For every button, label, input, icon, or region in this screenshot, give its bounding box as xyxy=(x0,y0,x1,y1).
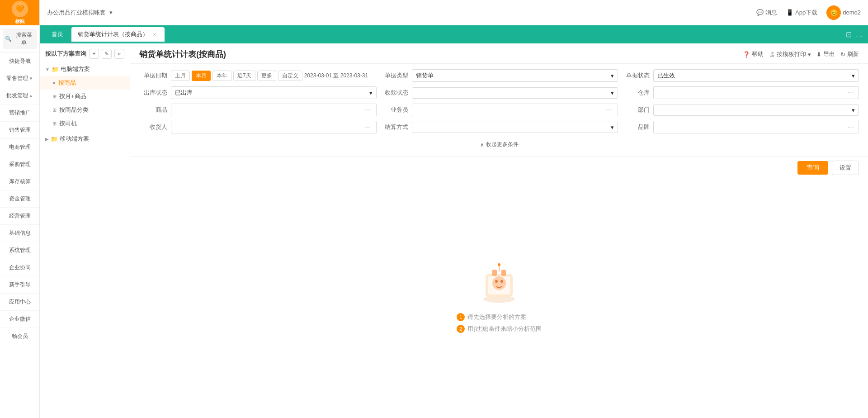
empty-tip-2: 2 用[过滤]条件来缩小分析范围 xyxy=(457,325,541,333)
message-icon: 💬 xyxy=(756,9,764,16)
chevron-down-icon-3: ▾ xyxy=(369,90,373,96)
salesperson-dots[interactable]: ··· xyxy=(604,106,613,114)
action-bar: 查询 设置 xyxy=(130,157,868,179)
page-title: 销货单统计计表(按商品) xyxy=(139,49,226,60)
tab-sales-stat[interactable]: 销货单统计计表（按商品） × xyxy=(71,27,165,42)
print-dropdown-button[interactable]: ▾ xyxy=(808,51,811,58)
date-btn-last-month[interactable]: 上月 xyxy=(171,71,190,81)
top-header: 办公用品行业模拟账套 ▾ 💬 消息 📱 App下载 😊 demo2 xyxy=(40,0,868,25)
plan-group-mobile-label: 移动端方案 xyxy=(60,135,89,143)
print-dropdown-icon: ▾ xyxy=(808,51,811,58)
sidebar-item-finance[interactable]: 资金管理 xyxy=(0,190,39,208)
collapse-icon: ∧ xyxy=(480,142,484,148)
sidebar-item-member[interactable]: 畅会员 xyxy=(0,328,39,345)
date-btn-this-month[interactable]: 本月 xyxy=(192,71,211,81)
doctype-value: 销货单 ▾ xyxy=(412,69,618,82)
tab-minimize-button[interactable]: ⊡ xyxy=(846,30,852,39)
sidebar-item-wholesale[interactable]: 批发管理 ▲ xyxy=(0,87,39,104)
sidebar-item-purchase[interactable]: 采购管理 xyxy=(0,156,39,173)
sidebar: 🧡 标账 🔍 搜索菜单 快捷导航 零售管理 ▼ 批发管理 ▲ 营销推广 销售管理… xyxy=(0,0,40,418)
tip-num-2: 2 xyxy=(457,325,465,333)
chevron-down-icon: ▾ xyxy=(611,72,614,79)
sidebar-item-enterprise-wechat[interactable]: 企业微信 xyxy=(0,311,39,328)
chevron-down-icon-2: ▾ xyxy=(852,72,855,79)
settings-button[interactable]: 设置 xyxy=(832,161,859,175)
help-button[interactable]: ❓ 帮助 xyxy=(743,50,764,58)
avatar: 😊 xyxy=(826,5,841,20)
print-button[interactable]: 🖨 按模板打印 xyxy=(769,50,806,58)
refresh-icon: ↻ xyxy=(840,51,845,58)
export-button[interactable]: ⬇ 导出 xyxy=(816,50,835,58)
plan-item-by-product[interactable]: ● 按商品 xyxy=(40,76,130,90)
plan-group-mobile-header[interactable]: ▶ 📁 移动端方案 xyxy=(40,132,130,146)
tab-close-button[interactable]: × xyxy=(151,31,158,38)
sidebar-item-beginner[interactable]: 新手引导 xyxy=(0,276,39,294)
add-plan-button[interactable]: + xyxy=(89,49,99,59)
warehouse-dots[interactable]: ··· xyxy=(845,89,855,97)
plan-group-pc-header[interactable]: ▼ 📁 电脑端方案 xyxy=(40,62,130,76)
left-panel: 按以下方案查询 + ✎ « ▼ 📁 电脑端方案 ● 按商品 ⊞ xyxy=(40,43,130,418)
date-btn-this-year[interactable]: 本年 xyxy=(212,71,231,81)
app-download-button[interactable]: 📱 App下载 xyxy=(786,9,817,17)
filter-cell-department: 部门 ▾ xyxy=(622,104,859,116)
app-logo: 🧡 标账 xyxy=(0,0,39,25)
svg-rect-6 xyxy=(492,270,497,276)
collapse-panel-button[interactable]: « xyxy=(114,49,124,59)
plan-group-pc-label: 电脑端方案 xyxy=(61,65,90,73)
recipient-dots[interactable]: ··· xyxy=(363,123,373,131)
main-area: 办公用品行业模拟账套 ▾ 💬 消息 📱 App下载 😊 demo2 首页 xyxy=(40,0,868,418)
search-menu-button[interactable]: 🔍 搜索菜单 xyxy=(3,29,37,49)
brand-dots[interactable]: ··· xyxy=(845,123,855,131)
chevron-down-icon: ▼ xyxy=(29,76,33,81)
payment-method-select[interactable]: ▾ xyxy=(412,122,618,133)
paymentstatus-select[interactable]: ▾ xyxy=(412,87,618,99)
content-area: 按以下方案查询 + ✎ « ▼ 📁 电脑端方案 ● 按商品 ⊞ xyxy=(40,43,868,418)
paymentstatus-label: 收款状态 xyxy=(380,89,412,97)
edit-plan-button[interactable]: ✎ xyxy=(102,49,112,59)
svg-rect-7 xyxy=(501,270,506,276)
left-panel-header: 按以下方案查询 + ✎ « xyxy=(40,49,130,62)
sidebar-item-retail[interactable]: 零售管理 ▼ xyxy=(0,70,39,87)
sidebar-item-basic[interactable]: 基础信息 xyxy=(0,225,39,242)
right-panel: 销货单统计计表(按商品) ❓ 帮助 🖨 按模板打印 ▾ xyxy=(130,43,868,418)
tab-maximize-button[interactable]: ⛶ xyxy=(855,30,863,39)
sidebar-item-system[interactable]: 系统管理 xyxy=(0,242,39,259)
doctype-label: 单据类型 xyxy=(380,71,412,80)
product-label: 商品 xyxy=(139,106,171,114)
sidebar-item-app-center[interactable]: 应用中心 xyxy=(0,294,39,311)
messages-button[interactable]: 💬 消息 xyxy=(756,9,777,17)
date-btn-custom[interactable]: 自定义 xyxy=(278,71,302,81)
sidebar-item-enterprise-collab[interactable]: 企业协同 xyxy=(0,259,39,276)
sidebar-item-marketing[interactable]: 营销推广 xyxy=(0,104,39,122)
date-btn-7days[interactable]: 近7天 xyxy=(233,71,255,81)
docstatus-select[interactable]: 已生效 ▾ xyxy=(653,69,859,82)
sidebar-item-ecommerce[interactable]: 电商管理 xyxy=(0,139,39,156)
svg-point-4 xyxy=(495,280,498,283)
logo-icon: 🧡 xyxy=(12,1,28,17)
chevron-up-icon: ▲ xyxy=(29,93,33,98)
date-btn-more[interactable]: 更多 xyxy=(257,71,276,81)
query-button[interactable]: 查询 xyxy=(797,161,828,175)
plan-item-by-cashier[interactable]: ⊞ 按司机 xyxy=(40,117,130,130)
plan-item-by-product-cat[interactable]: ⊞ 按商品分类 xyxy=(40,103,130,117)
department-select[interactable]: ▾ xyxy=(653,104,859,116)
collapse-filter-button[interactable]: ∧ 收起更多条件 xyxy=(139,138,859,151)
empty-tip-1: 1 请先选择要分析的方案 xyxy=(457,313,541,321)
sidebar-item-quick-nav[interactable]: 快捷导航 xyxy=(0,53,39,70)
refresh-button[interactable]: ↻ 刷新 xyxy=(840,50,859,58)
sidebar-item-inventory[interactable]: 库存核算 xyxy=(0,173,39,190)
tab-home[interactable]: 首页 xyxy=(45,27,70,42)
outstatus-select[interactable]: 已出库 ▾ xyxy=(171,86,377,99)
filter-area: 单据日期 上月 本月 本年 近7天 更多 自定义 2023-03-01 至 20… xyxy=(130,64,868,157)
dropdown-icon[interactable]: ▾ xyxy=(109,9,113,16)
sidebar-item-sales[interactable]: 销售管理 xyxy=(0,122,39,139)
product-dots[interactable]: ··· xyxy=(363,106,373,114)
chevron-down-icon: ▼ xyxy=(45,67,50,72)
user-menu[interactable]: 😊 demo2 xyxy=(826,5,861,20)
print-button-group: 🖨 按模板打印 ▾ xyxy=(769,50,811,58)
doctype-select[interactable]: 销货单 ▾ xyxy=(412,69,618,82)
sidebar-item-management[interactable]: 经营管理 xyxy=(0,208,39,225)
filter-cell-doctype: 单据类型 销货单 ▾ xyxy=(380,69,618,82)
download-icon: 📱 xyxy=(786,9,793,16)
plan-item-by-month-product[interactable]: ⊞ 按月+商品 xyxy=(40,90,130,103)
